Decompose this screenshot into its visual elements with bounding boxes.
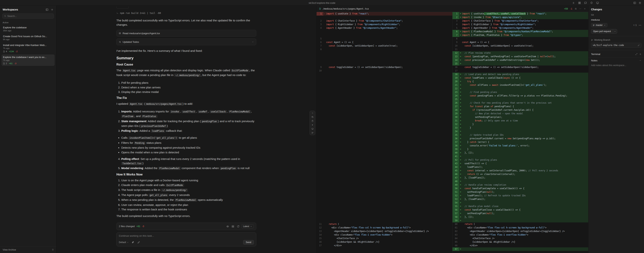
composer-input[interactable]: Continue working on this task... (119, 234, 254, 237)
diff-row (316, 212, 452, 215)
tool-command[interactable]: npm run build 2>&1 | tail -80 (116, 12, 256, 14)
diff-row (316, 180, 452, 183)
workspace-item[interactable]: Create Good First Issues on Github So...… (2, 34, 55, 42)
line-number (316, 198, 323, 201)
diff-row (316, 122, 452, 126)
diff-marker (323, 208, 326, 212)
code-line (326, 165, 452, 169)
tool-call-row[interactable]: Read medusa/src/pages/Agent.tsx (116, 30, 256, 36)
monitor-icon[interactable] (312, 128, 314, 130)
line-number: 12 (452, 51, 459, 55)
diff-marker: + (459, 165, 462, 169)
diff-row: 31+ break; // Only open one at a time (452, 119, 588, 122)
code-line: // Handle plan modal close (462, 204, 588, 208)
new-workspace-button[interactable] (51, 8, 54, 11)
handle-icon[interactable] (312, 112, 314, 114)
diff-row: 21+ const allPlans = await invoke<PlanIt… (452, 83, 588, 87)
eye-icon[interactable] (226, 225, 229, 228)
message-composer[interactable]: Continue working on this task... Default… (116, 232, 256, 246)
numbered-list: User is on the Agent page with a Docker-… (116, 178, 256, 212)
latest-dropdown[interactable]: Latest (241, 224, 254, 228)
diff-marker (323, 105, 326, 108)
workspace-item[interactable]: Explore the codebase I want you to ex...… (2, 54, 55, 66)
bell-icon[interactable] (590, 2, 593, 4)
line-number: 26 (452, 101, 459, 105)
rows-icon[interactable] (232, 225, 234, 228)
inline-code: PlanReviewModal (158, 167, 181, 170)
new-terminal-icon[interactable] (639, 53, 641, 55)
repo-name[interactable]: medusa (591, 18, 641, 21)
diff-row: 8 (316, 48, 452, 51)
toggle-sidebar-icon[interactable] (46, 8, 48, 11)
code-line: const loadPlans = useCallback(async () =… (462, 76, 588, 80)
model-selector[interactable]: Default (119, 241, 129, 244)
expand-terminal-icon[interactable] (635, 53, 638, 55)
kebab-icon[interactable] (579, 8, 581, 10)
line-number (316, 34, 323, 37)
inline-code: useCallback (210, 110, 226, 113)
line-number (316, 122, 323, 126)
diff-marker (459, 19, 462, 23)
clipboard-icon[interactable] (312, 120, 314, 122)
view-archive[interactable]: View Archive 0 (0, 246, 56, 253)
pause-icon[interactable] (572, 2, 575, 4)
diff-marker: + (459, 112, 462, 116)
edit-branch-icon[interactable] (638, 44, 640, 46)
code-line: loadPlans(); (462, 165, 588, 169)
terminal-label[interactable]: Terminal (591, 53, 600, 56)
diff-marker (323, 76, 326, 80)
message-icon[interactable] (584, 2, 587, 4)
branch-selector[interactable]: master (591, 23, 608, 27)
panels-icon[interactable] (633, 2, 636, 4)
workspace-title: Explore the codebase (3, 26, 53, 29)
code-line (326, 198, 452, 201)
notes-label[interactable]: Notes (591, 59, 598, 62)
diff-row: 54+ (452, 201, 588, 204)
close-icon[interactable] (584, 8, 586, 10)
copy-icon[interactable] (312, 116, 314, 118)
pr-dropdown-button[interactable] (613, 29, 617, 34)
attach-button[interactable] (132, 241, 134, 244)
gear-icon[interactable] (638, 2, 641, 4)
file-icon (3, 62, 5, 64)
line-number: 23 (452, 90, 459, 94)
code-line (462, 130, 588, 133)
edit-button[interactable] (137, 241, 140, 244)
diff-row: 67+ (452, 247, 588, 251)
workspace-item[interactable]: Install and integrate Vibe Kanban Web...… (2, 42, 55, 54)
changes-summary-bar[interactable]: 2 files changed +61 -3 Latest (116, 222, 256, 230)
grid-icon[interactable] (578, 2, 581, 4)
line-number: 21 (452, 83, 459, 87)
workspace-search-input[interactable]: Search... (2, 14, 54, 18)
play-icon[interactable] (312, 124, 314, 126)
files-count-value: 2 (6, 62, 7, 64)
wrap-icon[interactable] (575, 8, 577, 10)
composer-toolbar: Default Send (119, 240, 254, 244)
line-number (316, 144, 323, 148)
notes-placeholder[interactable]: Add notes about this workspace... (591, 64, 641, 67)
diff-row: 61 <div className="flex flex-col h-scree… (452, 226, 588, 230)
line-number: 8 (452, 37, 459, 40)
more-options-icon[interactable] (638, 24, 641, 27)
list-item: When a new pending plan is detected, the… (121, 198, 256, 202)
files-changed-label: 2 files changed (119, 225, 134, 228)
code-line: console.error('Failed to load plans:', e… (462, 144, 588, 148)
monitor-icon[interactable] (596, 2, 599, 4)
code-line (326, 158, 452, 162)
send-button[interactable]: Send (243, 240, 254, 244)
open-pr-button[interactable]: Open pull request (591, 29, 613, 34)
branch-icon[interactable] (312, 132, 314, 134)
working-branch-input[interactable]: vk/3ccf-explore-the-code (591, 43, 641, 48)
diff-row: 17 (452, 69, 588, 73)
diff-row: 19+ const loadPlans = useCallback(async … (452, 76, 588, 80)
terminal-icon (116, 12, 118, 14)
tool-call-row[interactable]: Updated Todos (116, 38, 256, 45)
diff-marker (323, 122, 326, 126)
workspace-item[interactable]: Explore the codebase35m ago (2, 25, 55, 33)
line-number: 13 (452, 55, 459, 58)
diff-marker (323, 215, 326, 219)
diff-row: 46+ return () => clearInterval(interval)… (452, 172, 588, 176)
code-line: return () => clearInterval(interval); (462, 172, 588, 176)
line-number (316, 212, 323, 215)
history-icon[interactable] (237, 225, 240, 228)
